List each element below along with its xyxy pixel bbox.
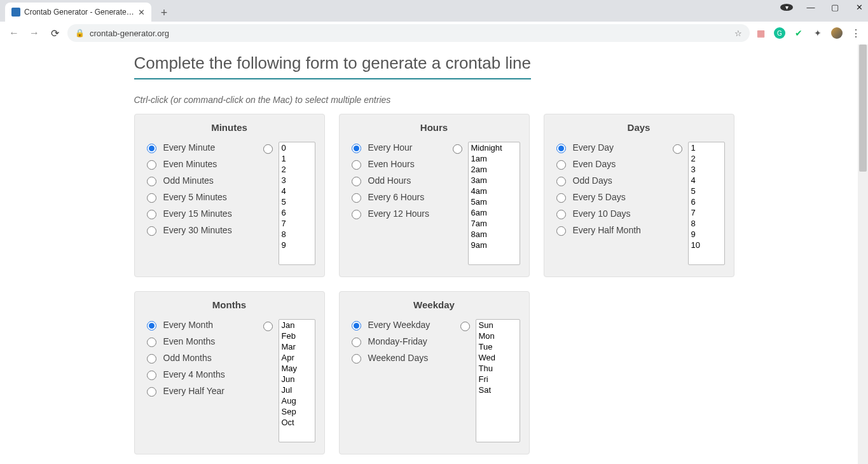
months-select-radio[interactable] <box>263 322 273 331</box>
minutes-radio[interactable] <box>147 210 156 219</box>
select-option[interactable]: Wed <box>476 352 520 363</box>
select-option[interactable]: 7 <box>279 218 315 229</box>
select-option[interactable]: 2am <box>469 164 520 175</box>
select-option[interactable]: Thu <box>476 363 520 374</box>
select-option[interactable]: 5 <box>689 186 724 196</box>
minutes-radio[interactable] <box>147 160 156 170</box>
select-option[interactable]: 9 <box>279 240 315 250</box>
weekday-opt-monfri[interactable]: Monday-Friday <box>348 336 452 347</box>
select-option[interactable]: 8 <box>279 229 315 240</box>
scrollbar-thumb[interactable] <box>859 44 867 172</box>
days-radio[interactable] <box>556 177 566 186</box>
select-option[interactable]: 4 <box>279 186 315 196</box>
months-radio[interactable] <box>147 321 156 331</box>
months-radio[interactable] <box>147 387 156 397</box>
back-button[interactable]: ← <box>6 25 22 41</box>
minutes-radio[interactable] <box>147 177 156 186</box>
days-select-radio[interactable] <box>673 144 682 154</box>
select-option[interactable]: 6am <box>469 207 520 218</box>
months-opt-even[interactable]: Even Months <box>144 336 255 347</box>
days-opt-10[interactable]: Every 10 Days <box>553 208 665 219</box>
address-bar[interactable]: 🔒 crontab-generator.org ☆ <box>67 24 750 42</box>
minutes-opt-even[interactable]: Even Minutes <box>144 158 255 170</box>
hours-radio[interactable] <box>352 177 361 186</box>
months-opt-half[interactable]: Every Half Year <box>144 385 255 397</box>
days-opt-even[interactable]: Even Days <box>553 158 665 170</box>
months-opt-every[interactable]: Every Month <box>144 319 255 331</box>
select-option[interactable]: 1 <box>279 153 315 164</box>
days-select[interactable]: 12345678910 <box>688 142 725 265</box>
browser-menu-button[interactable]: ⋮ <box>850 27 862 39</box>
hours-opt-even[interactable]: Even Hours <box>348 158 444 170</box>
select-option[interactable]: 4am <box>469 186 520 196</box>
select-option[interactable]: Mon <box>476 331 520 341</box>
select-option[interactable]: 2 <box>279 164 315 175</box>
select-option[interactable]: Jan <box>279 320 315 331</box>
hours-select-radio[interactable] <box>453 144 462 154</box>
select-option[interactable]: 5am <box>469 196 520 207</box>
select-option[interactable]: 6 <box>279 207 315 218</box>
weekday-radio[interactable] <box>352 338 361 347</box>
days-radio[interactable] <box>556 210 566 219</box>
weekday-select-radio[interactable] <box>460 322 470 331</box>
browser-tab[interactable]: Crontab Generator - Generate cr ✕ <box>5 3 151 22</box>
circle-icon[interactable]: ▾ <box>780 4 793 11</box>
days-opt-every[interactable]: Every Day <box>553 142 665 153</box>
months-radio[interactable] <box>147 371 156 380</box>
select-option[interactable]: Jun <box>279 374 315 385</box>
select-option[interactable]: Sun <box>476 320 520 331</box>
hours-radio[interactable] <box>352 210 361 219</box>
select-option[interactable]: 9am <box>469 240 520 250</box>
months-radio[interactable] <box>147 338 156 347</box>
minutes-radio[interactable] <box>147 144 156 153</box>
select-option[interactable]: May <box>279 363 315 374</box>
hours-radio[interactable] <box>352 160 361 170</box>
shield-icon[interactable]: ✔ <box>793 27 804 39</box>
select-option[interactable]: 8am <box>469 229 520 240</box>
months-radio[interactable] <box>147 354 156 364</box>
select-option[interactable]: Sat <box>476 385 520 395</box>
profile-avatar[interactable] <box>831 27 843 39</box>
grammarly-icon[interactable]: G <box>774 27 785 39</box>
close-window-button[interactable]: ✕ <box>853 3 865 12</box>
select-option[interactable]: Jul <box>279 385 315 395</box>
minutes-radio[interactable] <box>147 193 156 203</box>
select-option[interactable]: Feb <box>279 331 315 341</box>
select-option[interactable]: Apr <box>279 352 315 363</box>
select-option[interactable]: 3am <box>469 175 520 186</box>
select-option[interactable]: 7 <box>689 207 724 218</box>
weekday-select[interactable]: SunMonTueWedThuFriSat <box>476 319 520 442</box>
select-option[interactable]: 7am <box>469 218 520 229</box>
weekday-opt-every[interactable]: Every Weekday <box>348 319 452 331</box>
hours-opt-6[interactable]: Every 6 Hours <box>348 191 444 203</box>
hours-select[interactable]: Midnight1am2am3am4am5am6am7am8am9am <box>468 142 520 265</box>
weekday-radio[interactable] <box>352 321 361 331</box>
select-option[interactable]: 6 <box>689 196 724 207</box>
days-opt-odd[interactable]: Odd Days <box>553 175 665 186</box>
minutes-opt-15[interactable]: Every 15 Minutes <box>144 208 255 219</box>
select-option[interactable]: 3 <box>689 164 724 175</box>
weekday-radio[interactable] <box>352 354 361 364</box>
page-scrollbar[interactable] <box>858 44 868 464</box>
days-radio[interactable] <box>556 193 566 203</box>
days-opt-5[interactable]: Every 5 Days <box>553 191 665 203</box>
select-option[interactable]: Fri <box>476 374 520 385</box>
minutes-opt-every[interactable]: Every Minute <box>144 142 255 153</box>
close-tab-button[interactable]: ✕ <box>138 8 145 17</box>
select-option[interactable]: Aug <box>279 395 315 406</box>
puzzle-icon[interactable]: ✦ <box>812 27 823 39</box>
select-option[interactable]: Mar <box>279 341 315 352</box>
reload-button[interactable]: ⟳ <box>47 25 62 41</box>
hours-opt-12[interactable]: Every 12 Hours <box>348 208 444 219</box>
new-tab-button[interactable]: + <box>155 4 173 22</box>
minutes-radio[interactable] <box>147 226 156 236</box>
select-option[interactable]: 10 <box>689 240 724 250</box>
select-option[interactable]: 9 <box>689 229 724 240</box>
select-option[interactable]: 8 <box>689 218 724 229</box>
minutes-select[interactable]: 0123456789 <box>279 142 315 265</box>
days-opt-half[interactable]: Every Half Month <box>553 224 665 236</box>
select-option[interactable]: 1am <box>469 153 520 164</box>
select-option[interactable]: Midnight <box>469 142 520 153</box>
select-option[interactable]: Oct <box>279 417 315 428</box>
days-radio[interactable] <box>556 160 566 170</box>
